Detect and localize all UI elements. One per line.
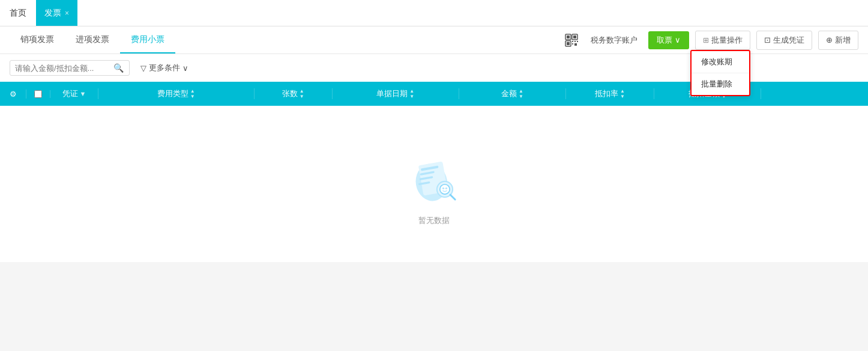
sort-date[interactable]: ▲ ▼	[409, 88, 414, 99]
sort-down-icon: ▼	[409, 94, 414, 99]
batch-ops-dropdown: 修改账期 批量删除	[690, 50, 750, 96]
svg-rect-5	[567, 42, 570, 45]
svg-rect-8	[577, 41, 578, 42]
take-invoice-arrow: ∨	[675, 35, 681, 44]
invoice-tab-close[interactable]: ×	[65, 9, 69, 17]
table-container: ⚙ 凭证 ▼ 费用类型 ▲ ▼ 张数 ▲ ▼ 单据日期 ▲	[0, 82, 868, 262]
batch-delete-item[interactable]: 批量删除	[692, 73, 749, 95]
add-button[interactable]: ⊕ 新增	[818, 31, 858, 50]
sort-amount[interactable]: ▲ ▼	[519, 88, 523, 99]
home-label: 首页	[10, 8, 26, 19]
sort-up-icon: ▲	[409, 88, 414, 94]
more-conditions-arrow: ∨	[182, 64, 188, 73]
batch-ops-icon: ⊞	[703, 36, 709, 44]
tab-sales-invoice[interactable]: 销项发票	[10, 26, 65, 53]
svg-point-21	[445, 188, 447, 189]
col-expense-type: 费用类型 ▲ ▼	[98, 88, 255, 99]
sort-rate[interactable]: ▲ ▼	[620, 88, 625, 99]
col-amount: 金额 ▲ ▼	[459, 88, 567, 99]
top-nav: 首页 发票 ×	[0, 0, 868, 26]
search-icon[interactable]: 🔍	[113, 63, 124, 73]
invoice-tab-label: 发票	[44, 8, 61, 19]
empty-state: 暂无数据	[0, 106, 868, 262]
empty-state-text: 暂无数据	[418, 215, 450, 226]
more-conditions-button[interactable]: ▽ 更多条件 ∨	[136, 60, 193, 76]
empty-state-icon	[404, 154, 464, 208]
sort-down-icon: ▼	[190, 94, 195, 99]
svg-rect-7	[574, 41, 576, 42]
generate-voucher-icon: ⊡	[764, 35, 771, 44]
sort-up-icon: ▲	[300, 88, 304, 94]
col-count: 张数 ▲ ▼	[255, 88, 333, 99]
take-invoice-button[interactable]: 取票 ∨	[648, 31, 689, 49]
col-voucher: 凭证 ▼	[50, 88, 98, 99]
svg-rect-10	[574, 43, 577, 46]
svg-rect-3	[573, 35, 576, 38]
sort-count[interactable]: ▲ ▼	[300, 88, 304, 99]
search-input[interactable]	[15, 64, 111, 73]
filter-icon: ▽	[140, 64, 146, 73]
svg-line-19	[450, 195, 455, 200]
modify-period-item[interactable]: 修改账期	[692, 51, 749, 73]
sub-tabs-left: 销项发票 进项发票 费用小票	[10, 26, 175, 53]
voucher-filter-icon[interactable]: ▼	[80, 90, 86, 97]
svg-rect-9	[572, 43, 573, 44]
settings-icon: ⚙	[10, 90, 17, 99]
tab-input-invoice[interactable]: 进项发票	[65, 26, 120, 53]
search-box: 🔍	[10, 60, 130, 76]
sort-up-icon: ▲	[519, 88, 523, 94]
col-date: 单据日期 ▲ ▼	[333, 88, 459, 99]
tab-expense-receipt[interactable]: 费用小票	[120, 26, 175, 53]
batch-ops-button[interactable]: ⊞ 批量操作	[695, 31, 750, 50]
sort-down-icon: ▼	[300, 94, 304, 99]
sort-up-icon: ▲	[190, 88, 195, 94]
sort-expense-type[interactable]: ▲ ▼	[190, 88, 195, 99]
col-settings[interactable]: ⚙	[0, 90, 26, 99]
select-all-checkbox[interactable]	[34, 90, 42, 98]
sort-down-icon: ▼	[620, 94, 625, 99]
svg-point-20	[442, 188, 444, 189]
tax-account-button[interactable]: 税务数字账户	[586, 32, 642, 48]
add-icon: ⊕	[826, 35, 833, 44]
qr-icon[interactable]	[563, 32, 580, 49]
svg-point-18	[440, 185, 450, 194]
sub-tabs-bar: 销项发票 进项发票 费用小票 税务数字账户	[0, 26, 868, 54]
sort-up-icon: ▲	[620, 88, 625, 94]
home-nav-item[interactable]: 首页	[0, 0, 36, 26]
invoice-tab[interactable]: 发票 ×	[36, 0, 77, 26]
generate-voucher-button[interactable]: ⊡ 生成凭证	[756, 31, 812, 50]
sub-tabs-right: 税务数字账户 取票 ∨ ⊞ 批量操作 修改账期 批量删除 ⊡ 生成凭证	[563, 31, 858, 50]
svg-rect-1	[567, 35, 570, 38]
svg-rect-6	[572, 41, 573, 42]
batch-ops-wrapper: ⊞ 批量操作 修改账期 批量删除	[695, 31, 750, 50]
col-deduct-rate: 抵扣率 ▲ ▼	[566, 88, 654, 99]
sort-down-icon: ▼	[519, 94, 523, 99]
col-checkbox[interactable]	[26, 90, 50, 98]
